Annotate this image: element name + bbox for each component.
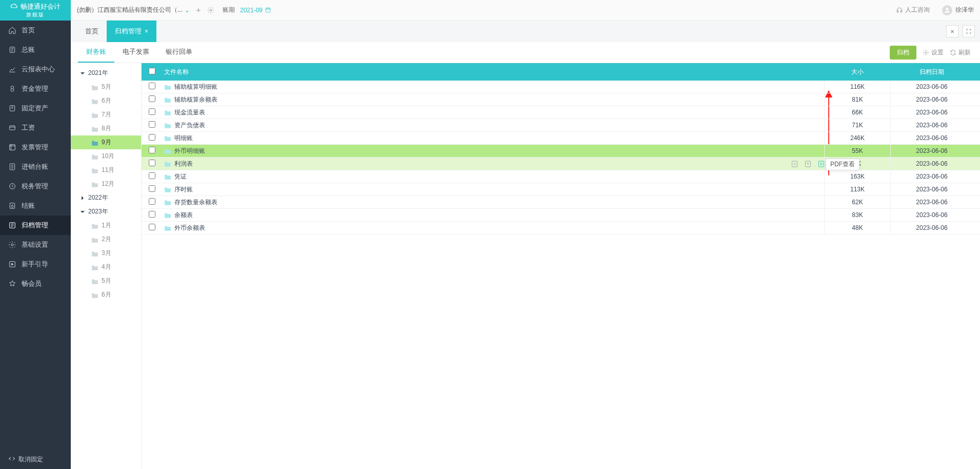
sidebar-item-0[interactable]: 首页 xyxy=(0,21,71,40)
sidebar-unpin[interactable]: 取消固定 xyxy=(0,450,71,469)
row-checkbox[interactable] xyxy=(149,147,155,153)
tree-month[interactable]: 5月 xyxy=(71,274,141,288)
row-checkbox[interactable] xyxy=(149,185,155,192)
row-checkbox[interactable] xyxy=(149,172,155,179)
tree-month[interactable]: 2月 xyxy=(71,232,141,246)
menu-icon xyxy=(8,280,16,288)
download-xls-button[interactable] xyxy=(789,159,799,169)
tree-year-label: 2023年 xyxy=(88,207,108,216)
tree-month[interactable]: 12月 xyxy=(71,177,141,191)
folder-icon xyxy=(164,161,171,167)
table-row[interactable]: 现金流量表66K2023-06-06 xyxy=(142,106,980,119)
tree-month[interactable]: 9月 xyxy=(71,135,141,149)
svg-point-10 xyxy=(11,244,13,246)
period-label: 账期 xyxy=(223,6,235,14)
row-checkbox[interactable] xyxy=(149,95,155,102)
table-row[interactable]: 辅助核算余额表81K2023-06-06 xyxy=(142,93,980,106)
tab-close-icon[interactable]: × xyxy=(145,28,148,35)
period-picker[interactable]: 2021-09 xyxy=(240,7,271,14)
pdf-preview-button[interactable] xyxy=(816,159,826,169)
table-row[interactable]: 存货数量余额表62K2023-06-06 xyxy=(142,196,980,209)
sidebar-item-3[interactable]: 资金管理 xyxy=(0,79,71,99)
row-checkbox[interactable] xyxy=(149,198,155,205)
row-checkbox[interactable] xyxy=(149,83,155,89)
company-settings-button[interactable] xyxy=(207,7,214,14)
tree-month[interactable]: 10月 xyxy=(71,149,141,163)
file-name: 外币明细账 xyxy=(174,147,205,155)
sidebar-item-1[interactable]: 总账 xyxy=(0,40,71,60)
menu-icon xyxy=(8,143,16,151)
tree-year[interactable]: 2022年 xyxy=(71,191,141,205)
fullscreen-button[interactable] xyxy=(963,25,975,37)
sidebar-item-8[interactable]: 税务管理 xyxy=(0,177,71,196)
user-menu[interactable]: 徐泽华 xyxy=(942,5,974,15)
sidebar-item-13[interactable]: 畅会员 xyxy=(0,274,71,294)
tab-home[interactable]: 首页 xyxy=(77,21,107,42)
table-row[interactable]: 外币余额表48K2023-06-06 xyxy=(142,222,980,234)
row-checkbox[interactable] xyxy=(149,108,155,115)
sidebar-item-11[interactable]: 基础设置 xyxy=(0,235,71,255)
tab-archive[interactable]: 归档管理 × xyxy=(107,21,156,42)
archive-date: 2023-06-06 xyxy=(891,224,973,231)
tree-month[interactable]: 5月 xyxy=(71,80,141,94)
sidebar-item-10[interactable]: 归档管理 xyxy=(0,216,71,235)
file-name: 余额表 xyxy=(174,211,193,220)
table-row[interactable]: 利润表PDF查看2K2023-06-06 xyxy=(142,158,980,170)
file-name: 明细账 xyxy=(174,134,193,143)
subtab-einvoice[interactable]: 电子发票 xyxy=(114,42,157,63)
select-all-checkbox[interactable] xyxy=(149,68,155,74)
pdf-tooltip: PDF查看 xyxy=(826,159,859,170)
sidebar-item-12[interactable]: 新手引导 xyxy=(0,255,71,274)
tree-month[interactable]: 6月 xyxy=(71,94,141,108)
table-row[interactable]: 序时账113K2023-06-06 xyxy=(142,183,980,196)
download-pdf-button[interactable] xyxy=(803,159,813,169)
file-size: 48K xyxy=(824,222,891,234)
company-selector[interactable]: (勿删）江西服宝精品有限责任公司（... ⌄ xyxy=(77,6,190,14)
folder-icon xyxy=(164,96,171,103)
tree-month-label: 12月 xyxy=(102,180,114,188)
add-company-button[interactable] xyxy=(195,7,202,14)
subtab-bankreceipt[interactable]: 银行回单 xyxy=(157,42,201,63)
tree-month[interactable]: 1月 xyxy=(71,219,141,232)
tree-month[interactable]: 7月 xyxy=(71,108,141,122)
sidebar-item-4[interactable]: 固定资产 xyxy=(0,99,71,118)
sidebar-item-9[interactable]: 结账 xyxy=(0,196,71,216)
sidebar-item-2[interactable]: 云报表中心 xyxy=(0,60,71,79)
svg-point-8 xyxy=(11,205,13,207)
close-panel-button[interactable]: × xyxy=(946,25,958,37)
folder-icon xyxy=(164,122,171,128)
folder-icon xyxy=(91,112,98,118)
table-row[interactable]: 凭证163K2023-06-06 xyxy=(142,170,980,183)
subtab-finance[interactable]: 财务账 xyxy=(78,42,114,63)
row-checkbox[interactable] xyxy=(149,121,155,128)
refresh-button[interactable]: 刷新 xyxy=(950,48,971,57)
archive-date: 2023-06-06 xyxy=(891,122,973,129)
col-filename: 文件名称 xyxy=(161,68,824,76)
tree-year[interactable]: 2023年 xyxy=(71,205,141,219)
tree-month[interactable]: 4月 xyxy=(71,260,141,274)
row-checkbox[interactable] xyxy=(149,134,155,141)
row-checkbox[interactable] xyxy=(149,211,155,218)
sidebar-item-6[interactable]: 发票管理 xyxy=(0,138,71,157)
sidebar-item-7[interactable]: 进销台账 xyxy=(0,157,71,177)
tree-month[interactable]: 3月 xyxy=(71,246,141,260)
sidebar-item-5[interactable]: 工资 xyxy=(0,118,71,138)
support-button[interactable]: 人工咨询 xyxy=(896,6,930,14)
row-checkbox[interactable] xyxy=(149,160,155,166)
table-row[interactable]: 余额表83K2023-06-06 xyxy=(142,209,980,222)
tree-year-label: 2021年 xyxy=(88,69,108,77)
page-tabs: 首页 归档管理 × × xyxy=(71,21,980,42)
settings-button[interactable]: 设置 xyxy=(923,48,944,57)
archive-button[interactable]: 归档 xyxy=(890,46,916,60)
table-row[interactable]: 资产负债表71K2023-06-06 xyxy=(142,119,980,132)
tree-month[interactable]: 6月 xyxy=(71,288,141,302)
svg-point-14 xyxy=(946,8,949,10)
table-row[interactable]: 辅助核算明细账116K2023-06-06 xyxy=(142,81,980,93)
tree-month[interactable]: 11月 xyxy=(71,163,141,177)
tree-month[interactable]: 8月 xyxy=(71,122,141,135)
tree-year[interactable]: 2021年 xyxy=(71,66,141,80)
row-checkbox[interactable] xyxy=(149,224,155,230)
table-row[interactable]: 外币明细账55K2023-06-06 xyxy=(142,145,980,158)
svg-rect-13 xyxy=(266,8,270,12)
table-row[interactable]: 明细账246K2023-06-06 xyxy=(142,132,980,145)
